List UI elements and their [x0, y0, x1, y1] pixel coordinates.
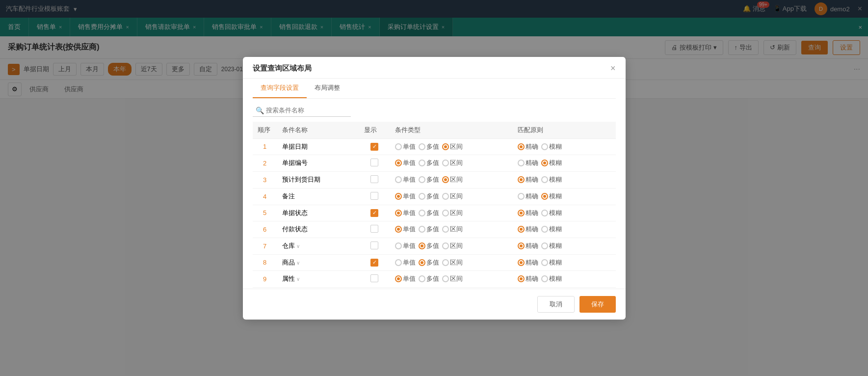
cell-show-4[interactable] [359, 205, 390, 221]
radio-fuzzy-7[interactable]: 模糊 [541, 258, 562, 267]
radio-dot-single-4 [395, 210, 402, 216]
radio-range-8[interactable]: 区间 [442, 274, 463, 283]
radio-single-2[interactable]: 单值 [395, 175, 416, 184]
radio-exact-3[interactable]: 精确 [518, 192, 538, 201]
checkbox-checked-4[interactable] [370, 209, 378, 217]
save-button[interactable]: 保存 [579, 296, 616, 313]
radio-exact-8[interactable]: 精确 [518, 274, 538, 283]
checkbox-unchecked-2[interactable] [370, 175, 378, 183]
cell-show-1[interactable] [359, 155, 390, 171]
radio-range-4[interactable]: 区间 [442, 209, 463, 217]
cell-order-5: 6 [253, 221, 277, 238]
radio-multi-5[interactable]: 多值 [419, 225, 439, 234]
radio-dot-single-5 [395, 226, 402, 233]
radio-dot-exact-3 [518, 193, 525, 200]
cell-match-3: 精确 模糊 [513, 188, 615, 205]
checkbox-unchecked-6[interactable] [370, 242, 378, 249]
radio-dot-fuzzy-2 [541, 176, 548, 183]
radio-multi-3[interactable]: 多值 [419, 192, 439, 201]
settings-table-scroll[interactable]: 顺序 条件名称 显示 条件类型 匹配原则 1单据日期 单值 [253, 122, 616, 289]
radio-dot-range-1 [442, 160, 449, 166]
radio-single-0[interactable]: 单值 [395, 142, 416, 151]
radio-fuzzy-6[interactable]: 模糊 [541, 242, 562, 250]
radio-range-5[interactable]: 区间 [442, 225, 463, 234]
radio-multi-0[interactable]: 多值 [419, 142, 439, 151]
radio-dot-fuzzy-0 [541, 143, 548, 150]
col-order-header: 顺序 [253, 122, 277, 139]
dialog-close-button[interactable]: × [610, 64, 616, 73]
radio-exact-1[interactable]: 精确 [518, 159, 538, 167]
radio-single-1[interactable]: 单值 [395, 159, 416, 167]
radio-single-7[interactable]: 单值 [395, 258, 416, 267]
radio-single-3[interactable]: 单值 [395, 192, 416, 201]
cell-order-8: 9 [253, 270, 277, 287]
cell-show-8[interactable] [359, 270, 390, 287]
radio-dot-fuzzy-8 [541, 275, 548, 282]
radio-dot-exact-8 [518, 275, 525, 282]
radio-dot-single-8 [395, 275, 402, 282]
cell-match-4: 精确 模糊 [513, 205, 615, 221]
radio-multi-1[interactable]: 多值 [419, 159, 439, 167]
checkbox-checked-0[interactable] [370, 143, 378, 151]
settings-dialog: 设置查询区域布局 × 查询字段设置 布局调整 🔍 顺 [243, 57, 626, 320]
radio-single-8[interactable]: 单值 [395, 274, 416, 283]
cell-show-2[interactable] [359, 171, 390, 188]
radio-range-2[interactable]: 区间 [442, 175, 463, 184]
radio-dot-single-2 [395, 176, 402, 183]
cancel-button[interactable]: 取消 [537, 296, 575, 313]
radio-range-1[interactable]: 区间 [442, 159, 463, 167]
search-icon: 🔍 [256, 107, 264, 114]
cell-show-0[interactable] [359, 138, 390, 155]
radio-fuzzy-0[interactable]: 模糊 [541, 142, 562, 151]
checkbox-unchecked-5[interactable] [370, 225, 378, 233]
radio-range-6[interactable]: 区间 [442, 242, 463, 250]
cell-match-1: 精确 模糊 [513, 155, 615, 171]
checkbox-unchecked-3[interactable] [370, 192, 378, 200]
radio-dot-exact-4 [518, 210, 525, 216]
tab-layout-label: 布局调整 [315, 84, 340, 91]
radio-range-3[interactable]: 区间 [442, 192, 463, 201]
radio-multi-2[interactable]: 多值 [419, 175, 439, 184]
cell-show-5[interactable] [359, 221, 390, 238]
tab-query-fields[interactable]: 查询字段设置 [253, 79, 307, 98]
radio-fuzzy-1[interactable]: 模糊 [541, 159, 562, 167]
radio-range-0[interactable]: 区间 [442, 142, 463, 151]
radio-exact-6[interactable]: 精确 [518, 242, 538, 250]
tab-layout[interactable]: 布局调整 [307, 79, 348, 98]
radio-multi-6[interactable]: 多值 [419, 242, 439, 250]
radio-fuzzy-2[interactable]: 模糊 [541, 175, 562, 184]
radio-dot-multi-1 [419, 160, 425, 166]
search-condition-box[interactable]: 🔍 [253, 105, 351, 117]
radio-range-7[interactable]: 区间 [442, 258, 463, 267]
radio-fuzzy-8[interactable]: 模糊 [541, 274, 562, 283]
search-condition-input[interactable] [266, 107, 344, 114]
table-row: 7仓库 ∨ 单值 多值 区间 精确 [253, 238, 616, 254]
dialog-footer: 取消 保存 [243, 289, 626, 320]
radio-fuzzy-4[interactable]: 模糊 [541, 209, 562, 217]
cell-match-2: 精确 模糊 [513, 171, 615, 188]
radio-dot-multi-4 [419, 210, 425, 216]
radio-fuzzy-3[interactable]: 模糊 [541, 192, 562, 201]
radio-exact-4[interactable]: 精确 [518, 209, 538, 217]
checkbox-checked-7[interactable] [370, 259, 378, 267]
cell-name-6: 仓库 ∨ [277, 238, 359, 254]
radio-fuzzy-5[interactable]: 模糊 [541, 225, 562, 234]
cell-show-7[interactable] [359, 254, 390, 270]
radio-exact-2[interactable]: 精确 [518, 175, 538, 184]
radio-dot-multi-6 [419, 242, 425, 249]
checkbox-unchecked-8[interactable] [370, 274, 378, 282]
radio-exact-7[interactable]: 精确 [518, 258, 538, 267]
radio-exact-0[interactable]: 精确 [518, 142, 538, 151]
radio-single-4[interactable]: 单值 [395, 209, 416, 217]
checkbox-unchecked-1[interactable] [370, 159, 378, 166]
col-match-header: 匹配原则 [513, 122, 615, 139]
radio-multi-4[interactable]: 多值 [419, 209, 439, 217]
radio-single-6[interactable]: 单值 [395, 242, 416, 250]
cell-show-6[interactable] [359, 238, 390, 254]
radio-multi-8[interactable]: 多值 [419, 274, 439, 283]
radio-single-5[interactable]: 单值 [395, 225, 416, 234]
cell-match-6: 精确 模糊 [513, 238, 615, 254]
cell-show-3[interactable] [359, 188, 390, 205]
radio-multi-7[interactable]: 多值 [419, 258, 439, 267]
radio-exact-5[interactable]: 精确 [518, 225, 538, 234]
